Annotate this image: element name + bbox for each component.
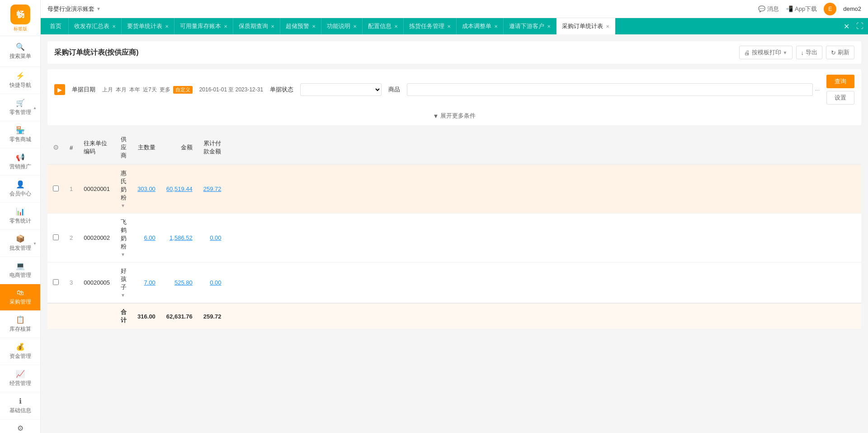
close-all-button[interactable]: ✕ xyxy=(841,22,852,31)
footer-supplier-cell: 合计 xyxy=(115,303,132,329)
workspace-selector[interactable]: 母婴行业演示账套 ▼ xyxy=(47,5,101,13)
close-icon[interactable]: ✕ xyxy=(224,24,227,29)
row-main-qty[interactable]: 6.00 xyxy=(132,214,161,262)
close-icon[interactable]: ✕ xyxy=(447,24,451,29)
page-header: 采购订单统计表(按供应商) 🖨 按模板打印 ▼ ↓ 导出 ↻ 刷新 xyxy=(47,41,861,64)
filter-toggle-button[interactable]: ▶ xyxy=(54,84,65,95)
close-icon[interactable]: ✕ xyxy=(112,24,116,29)
app-download-button[interactable]: 📲 App下载 xyxy=(786,5,817,13)
tab-expiry-query[interactable]: 保质期查询 ✕ xyxy=(233,18,280,34)
sidebar-item-retail-mall[interactable]: 🏪 零售商城 xyxy=(0,121,40,148)
date-shortcut-7days[interactable]: 近7天 xyxy=(143,86,157,94)
sidebar-item-retail-stats[interactable]: 📊 零售统计 xyxy=(0,203,40,230)
date-shortcut-last-month[interactable]: 上月 xyxy=(102,86,113,94)
operations-icon: 📈 xyxy=(16,370,25,378)
date-shortcut-this-year[interactable]: 本年 xyxy=(129,86,140,94)
date-shortcut-more[interactable]: 更多 xyxy=(160,86,170,94)
row-main-qty[interactable]: 303.00 xyxy=(132,165,161,214)
row-expand-icon[interactable]: ▼ xyxy=(121,293,125,298)
footer-row-num-cell xyxy=(64,303,78,329)
sidebar-item-inventory[interactable]: 📋 库存核算 xyxy=(0,311,40,338)
print-button[interactable]: 🖨 按模板打印 ▼ xyxy=(739,46,793,59)
chevron-down-icon: ▲ xyxy=(33,105,37,109)
goods-filter-more-icon[interactable]: ··· xyxy=(815,86,820,93)
row-checkbox[interactable] xyxy=(47,165,64,214)
sidebar-item-wholesale[interactable]: 📦 批发管理 ▼ xyxy=(0,230,40,257)
settings-button[interactable]: 设置 xyxy=(826,91,854,105)
tab-overstock-warning[interactable]: 超储预警 ✕ xyxy=(280,18,321,34)
tab-invite-downstream[interactable]: 邀请下游客户 ✕ xyxy=(504,18,557,34)
tab-available-inventory[interactable]: 可用量库存账本 ✕ xyxy=(175,18,233,34)
status-filter-container xyxy=(300,83,382,96)
date-custom-badge[interactable]: 自定义 xyxy=(173,86,193,94)
tab-home[interactable]: 首页 xyxy=(43,18,69,34)
sidebar-item-quick-nav[interactable]: ⚡ 快捷导航 xyxy=(0,67,40,94)
tab-available-inventory-label: 可用量库存账本 xyxy=(180,22,221,30)
row-main-qty[interactable]: 7.00 xyxy=(132,262,161,304)
refresh-button[interactable]: ↻ 刷新 xyxy=(826,46,854,59)
close-icon[interactable]: ✕ xyxy=(547,24,551,29)
main-area: 母婴行业演示账套 ▼ 💬 消息 📲 App下载 E demo2 首页 收发存汇总… xyxy=(41,0,868,433)
tab-pick-task[interactable]: 拣货任务管理 ✕ xyxy=(404,18,457,34)
table-row[interactable]: 1 00020001 惠氏奶粉 ▼ 303.00 60,519.44 259.7… xyxy=(47,165,861,214)
date-shortcut-this-month[interactable]: 本月 xyxy=(116,86,127,94)
row-extra xyxy=(226,165,861,214)
close-icon[interactable]: ✕ xyxy=(353,24,357,29)
status-filter-select[interactable] xyxy=(300,83,382,96)
row-paid-amount[interactable]: 0.00 xyxy=(198,262,227,304)
row-checkbox[interactable] xyxy=(47,214,64,262)
row-paid-amount[interactable]: 259.72 xyxy=(198,165,227,214)
tab-function-desc[interactable]: 功能说明 ✕ xyxy=(321,18,363,34)
close-icon[interactable]: ✕ xyxy=(394,24,398,29)
tab-order-summary[interactable]: 要货单统计表 ✕ xyxy=(122,18,175,34)
tab-receive-summary[interactable]: 收发存汇总表 ✕ xyxy=(69,18,122,34)
tab-config-info[interactable]: 配置信息 ✕ xyxy=(363,18,404,34)
row-amount[interactable]: 60,519.44 xyxy=(161,165,198,214)
user-avatar[interactable]: E xyxy=(824,3,836,15)
row-checkbox[interactable] xyxy=(47,262,64,304)
tab-purchase-summary[interactable]: 采购订单统计表 ✕ xyxy=(557,18,615,34)
sidebar-item-member[interactable]: 👤 会员中心 xyxy=(0,176,40,203)
sidebar-item-purchase[interactable]: 🛍 采购管理 xyxy=(0,284,40,311)
maximize-button[interactable]: ⛶ xyxy=(854,22,866,30)
expand-more-button[interactable]: ▼ 展开更多条件 xyxy=(433,112,476,120)
close-icon[interactable]: ✕ xyxy=(271,24,274,29)
sidebar-item-system[interactable]: ⚙ 系统管理 xyxy=(0,419,40,433)
row-expand-icon[interactable]: ▼ xyxy=(121,203,125,208)
system-icon: ⚙ xyxy=(17,424,24,433)
table-row[interactable]: 3 00020005 好孩子 ▼ 7.00 525.80 0.00 xyxy=(47,262,861,304)
close-icon[interactable]: ✕ xyxy=(494,24,498,29)
sidebar-item-finance[interactable]: 💰 资金管理 xyxy=(0,338,40,365)
export-button[interactable]: ↓ 导出 xyxy=(796,46,823,59)
close-icon[interactable]: ✕ xyxy=(312,24,316,29)
date-shortcuts: 上月 本月 本年 近7天 更多 自定义 xyxy=(102,86,193,94)
table-row[interactable]: 2 00020002 飞鹤奶粉 ▼ 6.00 1,586.52 0.00 xyxy=(47,214,861,262)
expand-label: 展开更多条件 xyxy=(440,112,476,120)
goods-filter-input[interactable] xyxy=(407,83,813,96)
print-icon: 🖨 xyxy=(744,49,750,56)
close-icon[interactable]: ✕ xyxy=(165,24,169,29)
tab-purchase-summary-label: 采购订单统计表 xyxy=(562,22,603,30)
message-button[interactable]: 💬 消息 xyxy=(758,5,779,13)
row-paid-amount[interactable]: 0.00 xyxy=(198,214,227,262)
row-expand-icon[interactable]: ▼ xyxy=(121,252,125,257)
sidebar-item-operations[interactable]: 📈 经营管理 xyxy=(0,365,40,392)
sidebar-item-basic[interactable]: ℹ 基础信息 xyxy=(0,392,40,419)
footer-paid-cell: 259.72 xyxy=(198,303,227,329)
table-header-row: ⚙ # 往来单位编码 供应商 主数量 金额 累计付款金额 xyxy=(47,131,861,165)
workspace-name: 母婴行业演示账套 xyxy=(47,5,94,13)
sidebar-item-search[interactable]: 🔍 搜索菜单 xyxy=(3,40,38,63)
query-button[interactable]: 查询 xyxy=(826,75,854,88)
sidebar-item-retail[interactable]: 🛒 零售管理 ▲ xyxy=(0,94,40,121)
column-settings-icon[interactable]: ⚙ xyxy=(53,143,59,151)
ecommerce-icon: 💻 xyxy=(16,262,25,270)
row-supplier-code: 00020002 xyxy=(78,214,115,262)
tab-cost-adjust[interactable]: 成本调整单 ✕ xyxy=(457,18,504,34)
close-icon[interactable]: ✕ xyxy=(606,24,609,29)
print-dropdown-icon: ▼ xyxy=(783,50,788,55)
sidebar-item-marketing[interactable]: 📢 营销推广 xyxy=(0,148,40,176)
row-amount[interactable]: 1,586.52 xyxy=(161,214,198,262)
tab-function-desc-label: 功能说明 xyxy=(327,22,350,30)
sidebar-item-ecommerce[interactable]: 💻 电商管理 xyxy=(0,257,40,284)
row-amount[interactable]: 525.80 xyxy=(161,262,198,304)
